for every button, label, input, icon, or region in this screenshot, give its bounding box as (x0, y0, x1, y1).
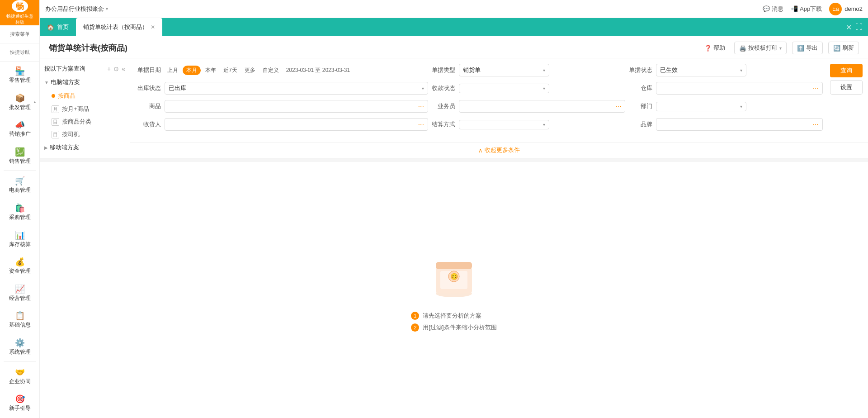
sidebar-item-base[interactable]: 📋 基础信息 (0, 306, 39, 333)
sidebar-item-inventory[interactable]: 📊 库存核算 (0, 226, 39, 253)
collapse-label: 收起更多条件 (485, 146, 520, 154)
filter-product-input[interactable]: ··· (165, 100, 428, 113)
refresh-button[interactable]: 🔄 刷新 (828, 42, 859, 54)
sidebar: 畅 畅捷通好生意 标版 搜索菜单 快捷导航 🏪 零售管理 📦 批发管理 📣 营销… (0, 0, 40, 418)
sidebar-item-finance-label: 资金管理 (9, 268, 31, 275)
filter-date-label: 单据日期 (137, 66, 161, 74)
scheme-item-by-product[interactable]: 按商品 (40, 89, 130, 103)
tab-sales-stats-label: 销货单统计表（按商品） (83, 23, 148, 31)
scheme-add-button[interactable]: + (107, 65, 111, 72)
sidebar-item-system[interactable]: ⚙️ 系统管理 (0, 333, 39, 361)
scheme-group-mobile-header[interactable]: ▶ 移动端方案 (40, 141, 130, 154)
scheme-settings-button[interactable]: ⊙ (113, 65, 119, 72)
sidebar-item-wholesale[interactable]: 📦 批发管理 (0, 89, 39, 116)
filter-panel: 按以下方案查询 + ⊙ « ▼ 电脑端方案 按商品 (40, 58, 868, 158)
help-button[interactable]: ❓ 帮助 (701, 42, 729, 54)
scheme-active-dot (52, 94, 55, 98)
filter-receiptstatus-select[interactable]: ▾ (459, 84, 549, 93)
sidebar-item-base-label: 基础信息 (9, 322, 31, 329)
scheme-item-by-product-month-label: 按月+商品 (62, 105, 89, 113)
sidebar-item-enterprise-label: 企业协同 (9, 378, 31, 385)
system-icon: ⚙️ (15, 338, 25, 348)
filter-recipient-dots-icon: ··· (418, 120, 424, 128)
scheme-item-by-company[interactable]: 目 按司机 (40, 128, 130, 141)
filter-salesperson-input[interactable]: ··· (459, 100, 626, 113)
page-title: 销货单统计表(按商品) (49, 43, 127, 53)
tab-close-button[interactable]: ✕ (151, 24, 155, 30)
filter-outstatus-select[interactable]: 已出库 ▾ (165, 82, 428, 95)
app-logo-text: 畅捷通好生意 (6, 13, 33, 19)
sidebar-item-enterprise[interactable]: 🤝 企业协同 (0, 363, 39, 390)
filter-dept-label: 部门 (629, 102, 652, 110)
sidebar-item-inventory-label: 库存核算 (9, 241, 31, 248)
refresh-label: 刷新 (842, 44, 854, 52)
sidebar-item-retail-label: 零售管理 (9, 77, 31, 84)
sidebar-item-marketing[interactable]: 📣 营销推广 (0, 115, 39, 142)
date-tab-more[interactable]: 更多 (242, 66, 258, 75)
filter-warehouse-input[interactable]: ··· (656, 82, 823, 95)
app-download-button[interactable]: 📲 App下载 (791, 5, 822, 13)
filter-field-brand: 品牌 ··· (629, 118, 823, 131)
enterprise-icon: 🤝 (15, 367, 25, 377)
main-area: 办公用品行业模拟账套 ▾ 💬 消息 📲 App下载 Ea demo2 🏠 首页 … (40, 0, 868, 418)
filter-collapse-button[interactable]: ∧ 收起更多条件 (130, 142, 868, 158)
tab-home[interactable]: 🏠 首页 (40, 18, 76, 36)
date-tab-custom[interactable]: 自定义 (260, 66, 282, 75)
topbar: 办公用品行业模拟账套 ▾ 💬 消息 📲 App下载 Ea demo2 (40, 0, 868, 18)
filter-brand-input[interactable]: ··· (656, 118, 823, 131)
help-icon: ❓ (704, 45, 712, 52)
date-tab-7days[interactable]: 近7天 (221, 66, 240, 75)
scheme-item-by-category[interactable]: 目 按商品分类 (40, 115, 130, 128)
scheme-collapse-button[interactable]: « (122, 65, 125, 72)
filter-docstatus-select[interactable]: 已生效 ▾ (656, 64, 746, 76)
sidebar-search-item[interactable]: 搜索菜单 (0, 25, 39, 43)
sidebar-item-ecommerce[interactable]: 🛒 电商管理 (0, 171, 39, 199)
date-tab-thisyear[interactable]: 本年 (203, 66, 219, 75)
collapse-icon: ∧ (478, 147, 483, 154)
sidebar-quicknav-item[interactable]: 快捷导航 (0, 43, 39, 62)
filter-product-label: 商品 (137, 102, 161, 110)
filter-field-doctype: 单据类型 销货单 ▾ (432, 64, 626, 76)
user-menu[interactable]: Ea demo2 (829, 3, 863, 15)
sidebar-item-purchase[interactable]: 🛍️ 采购管理 (0, 199, 39, 226)
export-button[interactable]: ⬆️ 导出 (792, 42, 823, 54)
sidebar-item-operation[interactable]: 📈 经营管理 (0, 280, 39, 307)
scheme-group-desktop-header[interactable]: ▼ 电脑端方案 (40, 76, 130, 89)
sidebar-item-retail[interactable]: 🏪 零售管理 (0, 62, 39, 89)
window-expand-button[interactable]: ⛶ (855, 23, 863, 31)
filter-dept-select[interactable]: ▾ (656, 102, 746, 111)
filter-form-area: 单据日期 上月 本月 本年 近7天 更多 自定义 (130, 58, 868, 142)
sidebar-item-system-label: 系统管理 (9, 349, 31, 356)
app-logo-subtext: 标版 (15, 19, 24, 25)
filter-docstatus-arrow-icon: ▾ (740, 68, 742, 73)
filter-docstatus-label: 单据状态 (629, 66, 652, 74)
window-close-button[interactable]: ✕ (846, 23, 852, 32)
query-button[interactable]: 查询 (830, 64, 863, 77)
date-tab-lastmonth[interactable]: 上月 (165, 66, 181, 75)
empty-step-1: 1 请先选择要分析的方案 (411, 312, 496, 320)
app-download-label: App下载 (800, 5, 822, 13)
filter-settlement-select[interactable]: ▾ (459, 120, 549, 129)
scheme-header: 按以下方案查询 + ⊙ « (40, 62, 130, 76)
filter-row-2: 出库状态 已出库 ▾ 收款状态 (137, 82, 823, 95)
sidebar-item-sales[interactable]: 💹 销售管理 (0, 142, 39, 170)
filter-row-3: 商品 ··· 业务员 ··· (137, 100, 823, 113)
settings-button[interactable]: 设置 (830, 80, 863, 95)
message-button[interactable]: 💬 消息 (763, 5, 783, 13)
print-button[interactable]: 🖨️ 按模板打印 ▾ (734, 42, 787, 54)
filter-recipient-input[interactable]: ··· (165, 118, 428, 131)
tab-sales-stats[interactable]: 销货单统计表（按商品） ✕ (76, 18, 162, 36)
sidebar-item-finance[interactable]: 💰 资金管理 (0, 252, 39, 280)
app-logo[interactable]: 畅 畅捷通好生意 标版 (0, 0, 39, 25)
sidebar-item-newguide[interactable]: 🎯 新手引导 (0, 390, 39, 417)
filter-doctype-select[interactable]: 销货单 ▾ (459, 64, 549, 76)
newguide-icon: 🎯 (15, 394, 25, 404)
date-tab-thismonth[interactable]: 本月 (183, 66, 201, 75)
download-icon: 📲 (791, 5, 798, 12)
scheme-item-by-company-label: 按司机 (62, 130, 80, 138)
industry-selector[interactable]: 办公用品行业模拟账套 ▾ (45, 5, 108, 13)
filter-field-dept: 部门 ▾ (629, 102, 823, 111)
empty-state: 😊 1 请先选择要分析的方案 2 用[过滤]条件来缩小分析范围 (40, 162, 868, 418)
scheme-item-by-product-month[interactable]: 月 按月+商品 (40, 103, 130, 115)
filter-doctype-label: 单据类型 (432, 66, 455, 74)
